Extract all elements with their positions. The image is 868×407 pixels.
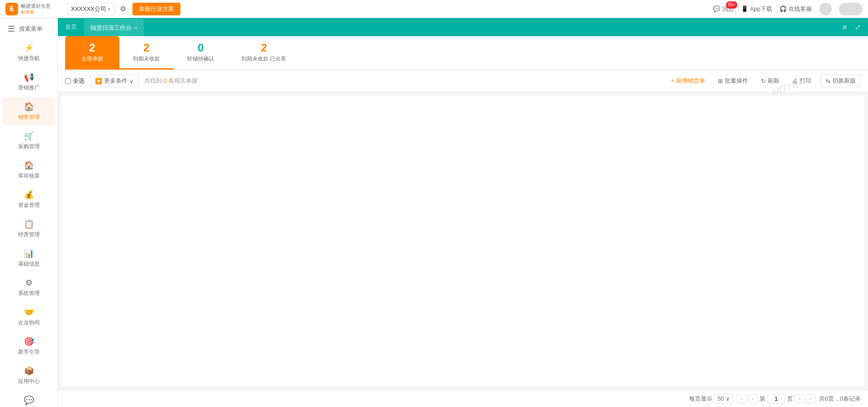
window-close-icon[interactable]: ✕ [840,22,849,33]
enterprise-icon: 🤝 [24,307,34,317]
stat-all[interactable]: 2 全部单据 [65,36,119,70]
sidebar-item-basic-info[interactable]: 📊 基础信息 [2,244,56,272]
last-page-button[interactable]: » [806,394,816,403]
sidebar-item-quick-nav[interactable]: ⚡ 快捷导航 [2,38,56,67]
page-size-chevron-icon: ∨ [726,395,730,402]
company-selector[interactable]: XXXXXX公司 ▾ [67,3,114,15]
found-count-text: 共找到 0 条相关单据 [144,77,198,85]
sidebar-item-search[interactable]: ☰ 搜索菜单 [2,20,56,37]
inventory-icon: 🏠 [24,160,34,170]
message-badge: 99+ [726,1,737,9]
user-name-placeholder[interactable] [839,3,863,15]
stat-overdue-unshipped[interactable]: 2 到期未收款 已出库 [228,36,300,70]
tab-bar: 首页 钱货日清工作台 × ✕ ⤢ [58,18,868,36]
header-right: 💬 消息 99+ 📱 App下载 🎧 在线客服 [713,3,863,15]
select-all-input[interactable] [65,78,71,84]
switch-version-button[interactable]: ⇆ 切换新版 [821,75,861,87]
stat-overdue-unpaid[interactable]: 2 到期未收款 [119,36,174,70]
print-button[interactable]: 🖨 打印 [788,75,815,87]
total-records-text: 共0页，0条记录 [819,395,861,403]
sidebar-item-enterprise[interactable]: 🤝 企业协同 [2,303,56,331]
top-header: 6 畅捷通好生意 标准版 XXXXXX公司 ▾ ⚙ 体验行业方案 💬 消息 99… [0,0,868,18]
found-count-number: 0 [164,77,167,84]
stats-bar: 2 全部单据 2 到期未收款 0 旺铺待确认 2 到期未收款 已出库 [58,36,868,70]
app-center-icon: 📦 [24,366,34,376]
sidebar-item-finance[interactable]: 💰 资金管理 [2,185,56,214]
marketing-icon: 📢 [24,72,34,82]
settings-icon[interactable]: ⚙ [118,3,128,15]
download-icon: 📱 [741,5,748,12]
sidebar-item-inventory[interactable]: 🏠 库存核算 [2,156,56,184]
new-sales-order-button[interactable]: + 新增销货单 [667,75,709,87]
finance-icon: 💰 [24,190,34,200]
sidebar-item-system[interactable]: ⚙ 系统管理 [2,273,56,302]
switch-icon: ⇆ [826,78,830,84]
sidebar-item-purchase[interactable]: 🛒 采购管理 [2,126,56,155]
next-page-button[interactable]: > [795,394,804,403]
sidebar-item-operations[interactable]: 📋 经营管理 [2,215,56,243]
page-size-box[interactable]: 50 ∨ [714,394,733,403]
logo-icon: 6 [5,3,18,15]
page-navigation: « < 第 页 > » [737,394,815,403]
print-icon: 🖨 [792,78,798,84]
toolbar: 全选 🔽 更多条件 ∨ 共找到 0 条相关单据 + 新增销货单 ⊞ 批量 [58,70,868,92]
service-icon: 🎧 [779,5,787,12]
pagination-bar: 每页显示 50 ∨ « < 第 页 > » 共0页，0条记录 [58,390,868,407]
trial-button[interactable]: 体验行业方案 [132,3,180,15]
basic-info-icon: 📊 [24,248,34,258]
chevron-down-icon: ▾ [108,6,110,11]
wecom-icon: 💬 [24,395,34,405]
window-expand-icon[interactable]: ⤢ [853,22,863,33]
sidebar-item-marketing[interactable]: 📢 营销推广 [2,68,56,96]
user-avatar[interactable] [819,3,832,15]
batch-operation-button[interactable]: ⊞ 批量操作 [714,75,752,87]
purchase-icon: 🛒 [24,131,34,141]
app-download-button[interactable]: 📱 App下载 [741,5,772,13]
guide-icon: 🎯 [24,337,34,346]
message-button[interactable]: 💬 消息 99+ [713,5,734,13]
main-content: 首页 钱货日清工作台 × ✕ ⤢ 2 全部单据 2 到期未收款 [58,18,868,407]
sidebar-item-sales[interactable]: 🏠 销售管理 [2,97,56,126]
sidebar-item-guide[interactable]: 🎯 新手引导 [2,332,56,360]
sidebar-item-app-center[interactable]: 📦 应用中心 [2,361,56,390]
first-page-button[interactable]: « [737,394,746,403]
sales-icon: 🏠 [24,102,34,112]
data-table [61,96,864,386]
logo-area: 6 畅捷通好生意 标准版 [5,3,63,15]
tab-home[interactable]: 首页 [58,18,84,36]
refresh-icon: ↻ [761,78,766,84]
tab-bar-actions: ✕ ⤢ [840,22,868,33]
sidebar: ☰ 搜索菜单 ⚡ 快捷导航 📢 营销推广 🏠 销售管理 🛒 采购管理 🏠 库存核… [0,18,58,407]
sidebar-item-wecom[interactable]: 💬 企业微信 [2,391,56,407]
filter-icon: 🔽 [95,78,102,84]
logo-text: 畅捷通好生意 标准版 [21,3,51,15]
batch-icon: ⊞ [718,78,723,84]
online-service-button[interactable]: 🎧 在线客服 [779,5,812,13]
work-area: 2 全部单据 2 到期未收款 0 旺铺待确认 2 到期未收款 已出库 [58,36,868,407]
main-layout: ☰ 搜索菜单 ⚡ 快捷导航 📢 营销推广 🏠 销售管理 🛒 采购管理 🏠 库存核… [0,18,868,407]
quick-nav-icon: ⚡ [24,43,34,53]
refresh-button[interactable]: ↻ 刷新 [757,75,783,87]
search-menu-icon: ☰ [6,24,16,34]
operations-icon: 📋 [24,219,34,229]
toolbar-right: + 新增销货单 ⊞ 批量操作 ↻ 刷新 🖨 打印 ⇆ [667,75,861,87]
prev-page-button[interactable]: < [748,394,758,403]
system-icon: ⚙ [24,278,34,288]
select-all-checkbox[interactable]: 全选 [65,77,85,85]
page-size-selector: 每页显示 50 ∨ [689,394,733,403]
tab-close-icon[interactable]: × [134,25,137,31]
filter-button[interactable]: 🔽 更多条件 ∨ [90,75,139,87]
message-icon: 💬 [713,5,720,12]
stat-wangdian[interactable]: 0 旺铺待确认 [174,36,228,70]
filter-chevron-icon: ∨ [129,78,134,84]
tab-active[interactable]: 钱货日清工作台 × [84,19,144,37]
page-number-input[interactable] [767,394,785,403]
